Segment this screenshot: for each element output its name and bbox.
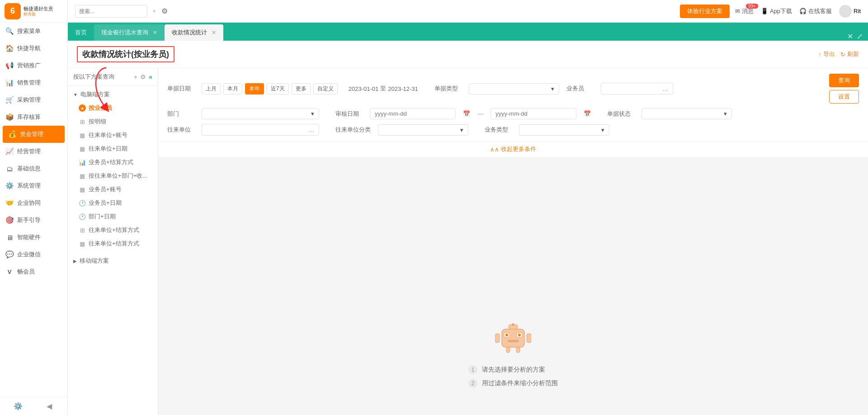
sidebar-item-inventory[interactable]: 📦 库存核算	[0, 108, 67, 126]
add-scheme-btn[interactable]: +	[134, 73, 137, 80]
date-btn-7days[interactable]: 近7天	[267, 83, 289, 94]
message-icon: ✉	[735, 8, 740, 14]
review-date-to-input[interactable]	[491, 108, 576, 119]
close-window-btn[interactable]: ✕	[847, 32, 853, 41]
review-date-from-input[interactable]	[370, 108, 456, 119]
doc-status-select[interactable]: ▾	[642, 108, 732, 119]
sidebar-item-enterprise[interactable]: 🤝 企业协同	[0, 194, 67, 212]
finance-icon: 💰	[8, 130, 16, 138]
mobile-group-label: 移动端方案	[80, 257, 109, 265]
sidebar-item-label: 畅会员	[17, 268, 35, 276]
scheme-item-dept-date[interactable]: 🕐 部门+日期	[68, 210, 158, 223]
refresh-btn[interactable]: ↻ 刷新	[840, 50, 859, 58]
salesperson-settlement-icon: 📊	[79, 159, 86, 166]
cat-dropdown-icon: ▾	[460, 127, 463, 133]
dept-date-icon: 🕐	[79, 213, 86, 220]
topbar-right: ✉ 消息 99+ 📱 App下载 🎧 在线客服 Rit	[735, 5, 861, 18]
sidebar-item-wechat[interactable]: 💬 企业微信	[0, 246, 67, 263]
query-btn[interactable]: 查询	[829, 74, 859, 87]
sidebar-item-sales[interactable]: 📊 销售管理	[0, 74, 67, 91]
salesperson-select[interactable]: ...	[601, 83, 673, 94]
date-btn-this-year[interactable]: 本年	[245, 83, 264, 94]
tab-bank[interactable]: 现金银行流水查询 ✕	[94, 24, 165, 41]
set-btn[interactable]: 设置	[829, 90, 859, 104]
basic-icon: 🗂	[5, 165, 14, 173]
collapse-bar[interactable]: ∧∧ 收起更多条件	[158, 141, 868, 157]
topbar-service-btn[interactable]: 🎧 在线客服	[799, 7, 832, 15]
sidebar-item-operations[interactable]: 📈 经营管理	[0, 143, 67, 160]
sidebar-item-label: 营销推广	[17, 61, 41, 70]
logo-icon: 6	[5, 3, 21, 19]
system-icon: ⚙️	[5, 182, 14, 190]
scheme-group-desktop-title[interactable]: ▼ 电脑端方案	[68, 88, 158, 101]
scheme-item-unit-settlement2[interactable]: ▦ 往来单位+结算方式	[68, 237, 158, 250]
sidebar-item-member[interactable]: V 畅会员	[0, 263, 67, 280]
tab-home[interactable]: 首页	[68, 24, 94, 41]
scheme-item-salesperson-date[interactable]: 🕐 业务员+日期	[68, 196, 158, 210]
calendar-from-icon[interactable]: 📅	[463, 110, 470, 117]
empty-state: 1 请先选择要分析的方案 2 用过滤条件来缩小分析范围	[468, 320, 558, 388]
sidebar-item-finance[interactable]: 💰 资金管理	[3, 126, 65, 143]
scheme-group-mobile-title[interactable]: ▶ 移动端方案	[68, 254, 158, 268]
scheme-item-unit-dept-collect[interactable]: ▦ 按往来单位+部门+收...	[68, 169, 158, 183]
tab-receipt[interactable]: 收款情况统计 ✕	[165, 24, 223, 41]
settings-bottom-btn[interactable]: ⚙️	[5, 402, 32, 410]
more-icon[interactable]: ...	[663, 85, 668, 92]
scheme-item-unit-settlement1[interactable]: ⊞ 往来单位+结算方式	[68, 223, 158, 237]
export-icon: ↑	[819, 51, 822, 58]
filter-row-3: 往来单位 ... 往来单位分类 ▾ 业务类型	[167, 124, 859, 136]
export-btn[interactable]: ↑ 导出	[819, 50, 835, 58]
scheme-settings-btn[interactable]: ⚙	[140, 73, 146, 80]
scheme-item-salesperson-account[interactable]: ▦ 业务员+账号	[68, 183, 158, 196]
scheme-item-by-detail[interactable]: ⊞ 按明细	[68, 115, 158, 128]
dept-select[interactable]: ▾	[202, 108, 319, 119]
biz-type-select[interactable]: ▾	[519, 124, 609, 136]
topbar-message-btn[interactable]: ✉ 消息 99+	[735, 7, 754, 15]
sidebar-item-purchase[interactable]: 🛒 采购管理	[0, 91, 67, 108]
topbar-app-btn[interactable]: 📱 App下载	[761, 7, 792, 15]
tabbar-right-area: ✕ ⤢	[842, 32, 868, 41]
guide-icon: 🎯	[5, 216, 14, 224]
doc-type-select[interactable]: ▾	[469, 83, 559, 94]
expand-window-btn[interactable]: ⤢	[857, 32, 863, 41]
calendar-to-icon[interactable]: 📅	[584, 110, 591, 117]
topbar-user-btn[interactable]: Rit	[839, 5, 861, 18]
sidebar-item-basic[interactable]: 🗂 基础信息	[0, 160, 67, 177]
review-date-label: 审核日期	[335, 110, 363, 118]
tab-receipt-close[interactable]: ✕	[212, 29, 216, 36]
sidebar-item-label: 搜索菜单	[17, 27, 41, 35]
tab-bank-label: 现金银行流水查询	[101, 28, 148, 37]
collapse-panel-btn[interactable]: «	[149, 73, 152, 80]
sidebar-item-quicknav[interactable]: 🏠 快捷导航	[0, 40, 67, 57]
collapse-sidebar-btn[interactable]: ◀	[36, 402, 63, 410]
sidebar-item-hardware[interactable]: 🖥 智能硬件	[0, 229, 67, 246]
trial-btn[interactable]: 体验行业方案	[680, 5, 730, 18]
sidebar-item-search[interactable]: 🔍 搜索菜单	[0, 23, 67, 40]
left-panel-actions: + ⚙ «	[134, 73, 152, 80]
scheme-item-salesperson-settlement[interactable]: 📊 业务员+结算方式	[68, 156, 158, 169]
scheme-item-unit-date[interactable]: ▦ 往来单位+日期	[68, 142, 158, 156]
sidebar-item-guide[interactable]: 🎯 新手引导	[0, 212, 67, 229]
sidebar-item-system[interactable]: ⚙️ 系统管理	[0, 177, 67, 194]
operations-icon: 📈	[5, 147, 14, 156]
unit-date-icon: ▦	[79, 145, 86, 152]
scheme-item-by-salesperson[interactable]: ● 按业务员	[68, 101, 158, 115]
sidebar-item-label: 销售管理	[17, 79, 41, 87]
wechat-icon: 💬	[5, 250, 14, 259]
date-btn-custom[interactable]: 自定义	[313, 83, 338, 94]
counterparty-category-select[interactable]: ▾	[378, 124, 468, 136]
page-actions: ↑ 导出 ↻ 刷新	[819, 50, 859, 58]
tab-bank-close[interactable]: ✕	[153, 29, 157, 36]
topbar-search-input[interactable]	[75, 5, 147, 18]
counterparty-select[interactable]: ...	[202, 124, 319, 136]
topbar-gear-icon[interactable]: ⚙	[161, 7, 168, 15]
counterparty-more-icon[interactable]: ...	[309, 126, 314, 133]
date-btn-last-month[interactable]: 上月	[202, 83, 221, 94]
date-btn-this-month[interactable]: 本月	[223, 83, 242, 94]
topbar-dropdown-arrow[interactable]: ▾	[153, 8, 156, 14]
svg-rect-7	[527, 334, 531, 343]
sidebar-item-marketing[interactable]: 📢 营销推广	[0, 57, 67, 74]
marketing-icon: 📢	[5, 61, 14, 70]
date-btn-more[interactable]: 更多	[292, 83, 311, 94]
scheme-item-unit-account[interactable]: ▦ 往来单位+账号	[68, 128, 158, 142]
